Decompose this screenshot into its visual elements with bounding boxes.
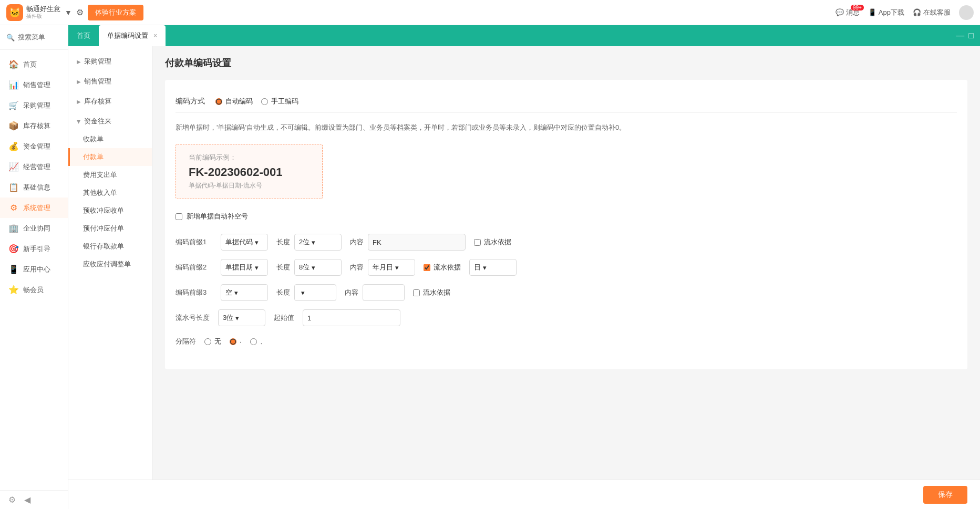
online-service-item[interactable]: 🎧 在线客服 — [913, 8, 951, 17]
menu-group-inventory-title[interactable]: ▶ 库存核算 — [68, 92, 152, 110]
length2-label: 长度 — [276, 263, 290, 272]
sidebar-settings-button[interactable]: ⚙ — [8, 495, 16, 505]
menu-item-payment[interactable]: 付款单 — [68, 148, 152, 166]
manual-encoding-radio[interactable] — [261, 98, 268, 105]
sidebar-item-label: 首页 — [23, 60, 37, 69]
menu-item-receipt[interactable]: 收款单 — [68, 130, 152, 148]
separator-none-label: 无 — [214, 337, 221, 346]
menu-group-purchase-title[interactable]: ▶ 采购管理 — [68, 53, 152, 70]
length1-arrow-icon: ▾ — [312, 238, 315, 246]
sidebar-item-system[interactable]: ⚙ 系统管理 — [0, 198, 68, 218]
serial-length-label: 流水号长度 — [176, 313, 210, 323]
home-icon: 🏠 — [8, 59, 19, 69]
content1-input[interactable] — [368, 234, 466, 251]
sales-arrow-icon: ▶ — [77, 79, 81, 85]
menu-group-funds-title[interactable]: ▶ 资金往来 — [68, 112, 152, 130]
serial-check-1[interactable]: 流水依据 — [474, 237, 511, 247]
sidebar-item-finance[interactable]: 💰 资金管理 — [0, 136, 68, 157]
company-dropdown[interactable]: ▼ — [65, 8, 72, 17]
menu-group-purchase: ▶ 采购管理 — [68, 53, 152, 70]
sidebar-collapse-button[interactable]: ◀ — [24, 495, 30, 505]
serial-checkbox-2[interactable] — [424, 264, 430, 271]
menu-item-other-income[interactable]: 其他收入单 — [68, 184, 152, 202]
sidebar-item-label: 应用中心 — [23, 265, 50, 274]
search-icon: 🔍 — [6, 34, 15, 41]
sidebar-item-enterprise[interactable]: 🏢 企业协同 — [0, 218, 68, 238]
content2-select[interactable]: 年月日 ▾ — [368, 259, 415, 276]
sidebar-item-operations[interactable]: 📈 经营管理 — [0, 157, 68, 177]
tab-home[interactable]: 首页 — [68, 25, 99, 46]
headset-icon: 🎧 — [913, 8, 921, 16]
serial-period-select[interactable]: 日 ▾ — [469, 259, 517, 276]
appcenter-icon: 📱 — [8, 264, 19, 274]
user-avatar[interactable] — [959, 5, 974, 20]
tab-home-label: 首页 — [77, 31, 90, 40]
sidebar-item-inventory[interactable]: 📦 库存核算 — [0, 116, 68, 136]
menu-item-expense[interactable]: 费用支出单 — [68, 166, 152, 184]
window-maximize-icon[interactable]: □ — [968, 31, 974, 40]
top-bar-left: 🐱 畅通好生意 插件版 ▼ ⚙ 体验行业方案 — [6, 4, 143, 21]
search-menu-button[interactable]: 🔍 搜索菜单 — [4, 30, 64, 44]
sidebar-item-newguide[interactable]: 🎯 新手引导 — [0, 238, 68, 259]
length1-select[interactable]: 2位 ▾ — [294, 234, 342, 251]
sidebar-item-home[interactable]: 🏠 首页 — [0, 54, 68, 75]
auto-fill-row: 新增单据自动补空号 — [176, 212, 957, 221]
inventory-arrow-icon: ▶ — [77, 99, 81, 105]
newguide-icon: 🎯 — [8, 244, 19, 254]
serial-checkbox-1[interactable] — [474, 239, 481, 246]
separator-none-option[interactable]: 无 — [204, 337, 221, 346]
operations-icon: 📈 — [8, 162, 19, 172]
sidebar-item-sales[interactable]: 📊 销售管理 — [0, 75, 68, 95]
sidebar-item-basic[interactable]: 📋 基础信息 — [0, 177, 68, 198]
prefix1-select[interactable]: 单据代码 ▾ — [221, 234, 268, 251]
window-minimize-icon[interactable]: — — [956, 31, 964, 40]
prefix3-select[interactable]: 空 ▾ — [221, 284, 268, 301]
manual-encoding-option[interactable]: 手工编码 — [261, 97, 298, 106]
menu-item-bank-deposit[interactable]: 银行存取款单 — [68, 237, 152, 255]
serial-label-1: 流水依据 — [484, 237, 511, 247]
separator-dash-option[interactable]: 、 — [250, 337, 267, 346]
main-layout: 🔍 搜索菜单 🏠 首页 📊 销售管理 🛒 采购管理 📦 库存核算 💰 — [0, 25, 980, 509]
sidebar-item-label: 资金管理 — [23, 142, 50, 151]
sidebar-item-label: 销售管理 — [23, 80, 50, 90]
sidebar-item-member[interactable]: ⭐ 畅会员 — [0, 279, 68, 300]
length2-select[interactable]: 8位 ▾ — [294, 259, 342, 276]
content3-select[interactable] — [363, 284, 405, 301]
tab-encoding-settings[interactable]: 单据编码设置 × — [99, 25, 166, 46]
purchase-arrow-icon: ▶ — [77, 59, 81, 65]
finance-icon: 💰 — [8, 141, 19, 151]
message-item[interactable]: 💬 消息 99+ — [835, 8, 860, 17]
prefix2-select[interactable]: 单据日期 ▾ — [221, 259, 268, 276]
settings-button[interactable]: ⚙ — [76, 7, 84, 17]
separator-dot-option[interactable]: · — [230, 338, 242, 346]
auto-fill-checkbox[interactable] — [176, 213, 182, 220]
serial-length-select[interactable]: 3位 ▾ — [218, 309, 265, 326]
auto-fill-label: 新增单据自动补空号 — [187, 212, 248, 221]
tab-current-label: 单据编码设置 — [107, 31, 148, 40]
message-icon: 💬 — [835, 8, 844, 16]
logo-text-block: 畅通好生意 插件版 — [26, 5, 60, 20]
experience-button[interactable]: 体验行业方案 — [88, 5, 143, 20]
separator-dot-radio[interactable] — [230, 338, 236, 345]
sidebar-item-purchase[interactable]: 🛒 采购管理 — [0, 95, 68, 116]
encoding-method-label: 编码方式 — [176, 97, 205, 106]
separator-dash-radio[interactable] — [250, 338, 257, 345]
auto-encoding-radio[interactable] — [215, 98, 222, 105]
menu-item-adjustment[interactable]: 应收应付调整单 — [68, 255, 152, 273]
app-download-item[interactable]: 📱 App下载 — [868, 8, 904, 17]
page-content: ▶ 采购管理 ▶ 销售管理 ▶ 库存核算 — [68, 46, 980, 480]
serial-checkbox-3[interactable] — [413, 289, 420, 296]
menu-item-advance-recv[interactable]: 预收冲应收单 — [68, 202, 152, 220]
menu-group-sales-title[interactable]: ▶ 销售管理 — [68, 72, 152, 90]
serial-check-3[interactable]: 流水依据 — [413, 288, 450, 297]
serial-start-input[interactable] — [303, 309, 400, 326]
tab-close-icon[interactable]: × — [153, 32, 157, 39]
length3-select[interactable]: ▾ — [294, 284, 336, 301]
auto-encoding-label: 自动编码 — [225, 97, 253, 106]
auto-encoding-option[interactable]: 自动编码 — [215, 97, 253, 106]
serial-check-2[interactable]: 流水依据 — [424, 263, 461, 272]
save-button[interactable]: 保存 — [923, 486, 967, 504]
separator-none-radio[interactable] — [204, 338, 211, 345]
sidebar-item-appcenter[interactable]: 📱 应用中心 — [0, 259, 68, 279]
menu-item-advance-pay[interactable]: 预付冲应付单 — [68, 220, 152, 237]
